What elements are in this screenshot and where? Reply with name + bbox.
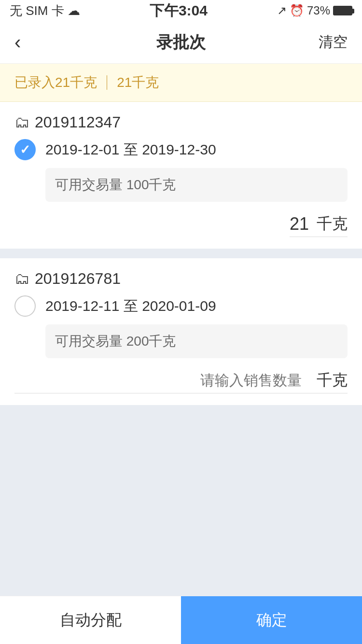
alarm-icon: ⏰ [290,4,304,17]
battery-icon [333,6,352,15]
recorded-value: 21千克 [117,73,159,92]
batch2-qty-input[interactable] [116,372,309,389]
info-banner: 已录入21千克 21千克 [0,64,362,102]
batch1-radio[interactable] [14,139,36,160]
batch2-qty-unit: 千克 [317,370,348,391]
status-time: 下午3:04 [150,1,208,21]
batch1-header: 🗂 2019112347 [14,113,348,131]
auto-distribute-button[interactable]: 自动分配 [0,596,181,644]
batch1-available: 可用交易量 100千克 [45,168,348,202]
batch2-input-wrap: 千克 [14,370,348,393]
batch1-qty-wrap: 21 千克 [290,213,348,237]
batch1-number: 2019112347 [35,113,121,131]
back-button[interactable]: ‹ [14,31,43,53]
battery-percent: 73% [307,4,330,17]
batch2-row[interactable]: 2019-12-11 至 2020-01-09 [14,295,348,317]
batch2-available: 可用交易量 200千克 [45,324,348,358]
batch1-avail-wrap: 可用交易量 100千克 [14,168,348,202]
batch2-avail-wrap: 可用交易量 200千克 [14,324,348,358]
banner-divider [107,75,107,90]
status-bar: 无 SIM 卡 ☁ 下午3:04 ↗ ⏰ 73% [0,0,362,21]
sim-label: 无 SIM 卡 ☁ [10,2,80,19]
batch2-radio[interactable] [14,295,36,317]
batch2-header: 🗂 2019126781 [14,270,348,288]
status-right: ↗ ⏰ 73% [277,4,352,17]
batch-item-2: 🗂 2019126781 2019-12-11 至 2020-01-09 可用交… [0,258,362,358]
batch1-row[interactable]: 2019-12-01 至 2019-12-30 [14,139,348,160]
batch2-input-row: 千克 [0,358,362,405]
recorded-label: 已录入21千克 [14,73,97,92]
page-title: 录批次 [156,31,206,54]
batch1-qty-value: 21 [290,214,309,234]
batch2-icon: 🗂 [14,270,30,288]
clear-button[interactable]: 清空 [319,32,348,52]
status-left: 无 SIM 卡 ☁ [10,2,80,19]
batch2-dates: 2019-12-11 至 2020-01-09 [45,296,216,316]
batch1-qty-unit: 千克 [317,213,348,235]
batch2-number: 2019126781 [35,270,121,288]
confirm-button[interactable]: 确定 [181,596,362,644]
batch1-qty-row: 21 千克 [0,202,362,249]
batch1-icon: 🗂 [14,113,30,131]
batch1-dates: 2019-12-01 至 2019-12-30 [45,140,216,160]
location-icon: ↗ [277,4,287,17]
bottom-bar: 自动分配 确定 [0,596,362,644]
nav-bar: ‹ 录批次 清空 [0,21,362,64]
section-divider-1 [0,249,362,258]
batch-item-1: 🗂 2019112347 2019-12-01 至 2019-12-30 可用交… [0,102,362,202]
